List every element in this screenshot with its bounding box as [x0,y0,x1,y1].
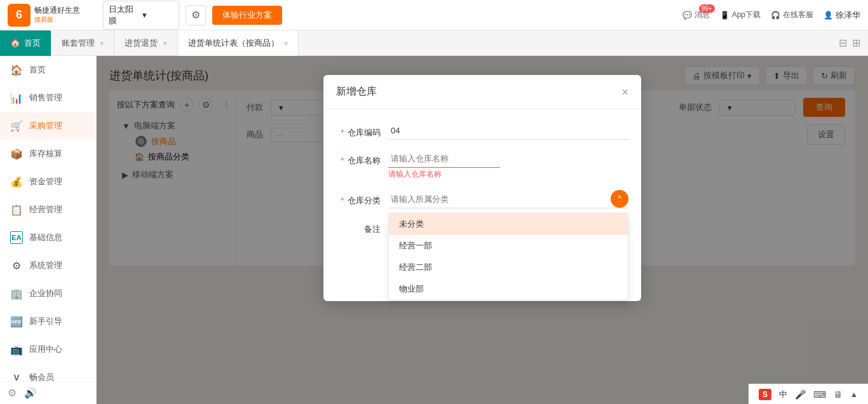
sidebar-item-basic[interactable]: EA 基础信息 [0,224,96,252]
sidebar-item-finance[interactable]: 💰 资金管理 [0,168,96,196]
message-icon: 💬 [682,11,692,20]
dropdown-item-ops2[interactable]: 经营二部 [389,257,628,278]
modal-title: 新增仓库 [336,85,377,98]
headset-icon: 🎧 [771,11,780,20]
sidebar-enterprise-label: 企业协同 [29,288,62,299]
name-label: * 仓库名称 [336,150,381,166]
tab-home[interactable]: 🏠 首页 [0,30,51,56]
sidebar-item-purchase[interactable]: 🛒 采购管理 [0,112,96,140]
store-name: 日太阳膜 [109,4,140,27]
tab-purchase-stat[interactable]: 进货单统计表（按商品） × [178,30,299,56]
sidebar-purchase-label: 采购管理 [29,120,62,131]
name-field-wrap: 请输入仓库名称 [388,150,500,180]
required-mark: * [341,128,344,137]
code-input[interactable] [388,122,628,140]
service-label: 在线客服 [783,10,813,20]
finance-icon: 💰 [10,175,23,188]
sidebar-bottom: ⚙ 🔊 [0,381,97,404]
user-area[interactable]: 👤 徐泽华 [824,10,860,21]
guide-icon: 🆕 [10,315,23,328]
tab-purchase-stat-close[interactable]: × [284,39,288,47]
logo-icon: 6 [8,4,31,27]
code-label: * 仓库编码 [336,122,381,138]
sidebar-home-label: 首页 [29,64,46,76]
brand-name: 畅捷通好生意 [34,6,80,16]
sidebar-operation-label: 经营管理 [29,204,62,215]
sidebar-item-sales[interactable]: 📊 销售管理 [0,84,96,112]
app-download-label: App下载 [732,10,761,20]
category-input-wrap: ^ [388,190,628,208]
sidebar-system-label: 系统管理 [29,260,62,271]
dropdown-item-property[interactable]: 物业部 [389,278,628,300]
top-bar: 6 畅捷通好生意 捷易版 日太阳膜 ▾ ⚙ 体验行业方案 💬 消息 99+ 📱 … [0,0,868,30]
chinese-input-icon[interactable]: 中 [779,389,787,400]
sidebar-item-guide[interactable]: 🆕 新手引导 [0,307,96,335]
sidebar-sales-label: 销售管理 [29,92,62,104]
sidebar-item-enterprise[interactable]: 🏢 企业协同 [0,279,96,307]
settings-icon[interactable]: ⚙ [186,5,206,25]
user-avatar-icon: 👤 [824,11,833,20]
tab-account-close[interactable]: × [100,39,104,47]
category-label-text: 仓库分类 [348,196,381,205]
category-input[interactable] [388,191,611,208]
tab-account-label: 账套管理 [62,37,95,49]
sidebar-apps-label: 应用中心 [29,344,62,355]
tab-expand-icon[interactable]: ⊞ [852,37,860,49]
trial-button[interactable]: 体验行业方案 [212,6,282,25]
form-row-category: * 仓库分类 ^ 未分类 经营一部 经 [336,190,628,208]
bottom-bar: S 中 🎤 ⌨ 🖥 ▲ [749,384,868,404]
category-toggle-btn[interactable]: ^ [611,190,628,208]
name-input[interactable] [388,150,500,168]
mic-icon[interactable]: 🎤 [795,389,806,400]
required-mark-cat: * [341,196,344,205]
phone-icon: 📱 [720,11,729,20]
modal-body: * 仓库编码 * 仓库名称 [323,109,641,259]
logo-area: 6 畅捷通好生意 捷易版 [8,4,97,27]
settings-bottom-icon[interactable]: ⚙ [8,387,17,399]
tab-actions: ⊟ ⊞ [831,37,868,49]
modal-overlay: 新增仓库 × * 仓库编码 [97,56,868,404]
monitor-icon[interactable]: 🖥 [834,389,843,400]
sidebar-item-apps[interactable]: 📺 应用中心 [0,335,96,363]
operation-icon: 📋 [10,203,23,216]
volume-icon[interactable]: 🔊 [24,387,37,399]
sidebar: 🏠 首页 📊 销售管理 🛒 采购管理 📦 库存核算 💰 资金管理 📋 经营管理 … [0,56,97,404]
sogou-icon[interactable]: S [759,389,771,400]
main-layout: 🏠 首页 📊 销售管理 🛒 采购管理 📦 库存核算 💰 资金管理 📋 经营管理 … [0,56,868,404]
name-error-msg: 请输入仓库名称 [388,169,500,180]
service-btn[interactable]: 🎧 在线客服 [771,10,813,20]
sidebar-item-system[interactable]: ⚙ 系统管理 [0,252,96,279]
enterprise-icon: 🏢 [10,287,23,300]
tab-account[interactable]: 账套管理 × [51,30,114,56]
sidebar-item-inventory[interactable]: 📦 库存核算 [0,140,96,168]
sales-icon: 📊 [10,91,23,104]
sidebar-item-operation[interactable]: 📋 经营管理 [0,196,96,224]
home-sidebar-icon: 🏠 [10,64,23,76]
tab-minimize-icon[interactable]: ⊟ [839,37,847,49]
tab-home-label: 首页 [24,37,41,49]
category-field: ^ 未分类 经营一部 经营二部 物业部 [388,190,628,208]
code-label-text: 仓库编码 [348,128,381,137]
dropdown-item-none[interactable]: 未分类 [389,213,628,235]
tab-purchase-return[interactable]: 进货退货 × [114,30,177,56]
dropdown-item-ops1[interactable]: 经营一部 [389,235,628,257]
form-row-name: * 仓库名称 请输入仓库名称 [336,150,628,180]
message-btn[interactable]: 💬 消息 99+ [682,10,710,20]
modal-close-btn[interactable]: × [621,86,628,98]
modal-new-warehouse: 新增仓库 × * 仓库编码 [323,75,641,301]
app-download-btn[interactable]: 📱 App下载 [720,10,761,20]
tab-purchase-return-close[interactable]: × [163,39,166,47]
top-right-area: 💬 消息 99+ 📱 App下载 🎧 在线客服 👤 徐泽华 [682,10,860,21]
more-icon[interactable]: ▲ [850,390,858,399]
form-row-code: * 仓库编码 [336,122,628,140]
chevron-down-icon: ▾ [142,10,173,20]
tab-purchase-stat-label: 进货单统计表（按商品） [188,37,279,49]
sidebar-item-home[interactable]: 🏠 首页 [0,56,96,84]
sidebar-inventory-label: 库存核算 [29,148,62,159]
store-selector[interactable]: 日太阳膜 ▾ [103,1,179,30]
remark-label: 备注 [336,219,381,235]
brand-text: 畅捷通好生意 捷易版 [34,6,80,25]
edition-label: 捷易版 [34,15,80,24]
keyboard-icon[interactable]: ⌨ [813,389,826,400]
required-mark-name: * [341,156,344,165]
